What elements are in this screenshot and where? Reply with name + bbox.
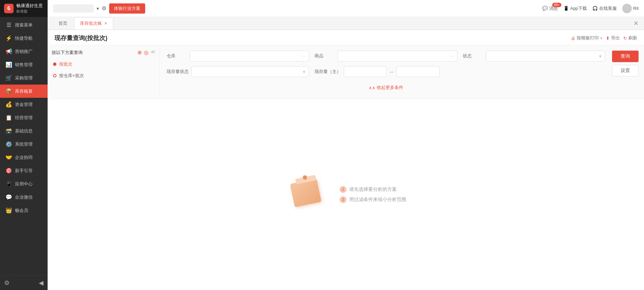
scheme-settings-icon[interactable]: ◎ bbox=[144, 49, 149, 56]
inventory-status-select[interactable]: ▾ bbox=[191, 66, 309, 77]
apps-icon: 📱 bbox=[5, 181, 12, 187]
sidebar-item-wechat[interactable]: 💬 企业微信 bbox=[0, 191, 48, 204]
search-menu-icon: ☰ bbox=[5, 22, 12, 28]
tab-inventory-batch[interactable]: 库存批次账 ✕ bbox=[74, 17, 113, 29]
inventory-status-label: 现存量状态 bbox=[167, 69, 189, 75]
online-service-item[interactable]: 🎧 在线客服 bbox=[592, 5, 617, 12]
operations-icon: 📋 bbox=[5, 114, 12, 121]
filter-scheme-warehouse-batch[interactable]: 按仓库+批次 bbox=[48, 70, 159, 81]
topbar-gear-icon[interactable]: ⚙ bbox=[102, 5, 106, 12]
settings-icon[interactable]: ⚙ bbox=[4, 279, 10, 287]
scheme-dot-inactive bbox=[53, 74, 56, 77]
sidebar-item-label: 营销推广 bbox=[15, 49, 33, 55]
add-scheme-icon[interactable]: ⊕ bbox=[137, 49, 142, 56]
print-button[interactable]: 🖨 按模板打印 ▾ bbox=[571, 35, 603, 41]
tab-close-icon[interactable]: ✕ bbox=[104, 21, 107, 26]
sidebar-item-label: 应用中心 bbox=[15, 181, 33, 187]
system-icon: ⚙️ bbox=[5, 141, 12, 147]
tab-home[interactable]: 首页 bbox=[53, 18, 73, 29]
sidebar-item-quicknav[interactable]: ⚡ 快捷导航 bbox=[0, 32, 48, 45]
finance-icon: 💰 bbox=[5, 101, 12, 108]
filter-settings-button[interactable]: 设置 bbox=[612, 65, 639, 76]
message-badge: 99+ bbox=[552, 3, 561, 7]
topbar-dropdown-icon[interactable]: ▾ bbox=[97, 6, 99, 11]
hint-num-1: 1 bbox=[340, 186, 346, 193]
sidebar-item-label: 经营管理 bbox=[15, 115, 33, 121]
sidebar-item-search[interactable]: ☰ 搜索菜单 bbox=[0, 18, 48, 32]
app-download-icon: 📱 bbox=[563, 6, 569, 11]
app-title-group: 畅康通好生意 标准版 bbox=[16, 3, 43, 14]
filter-sidebar: 按以下方案查询 ⊕ ◎ ≪ 按批次 按仓库+批次 bbox=[48, 45, 160, 99]
hint-text-1: 请先选择要分析的方案 bbox=[349, 186, 397, 193]
hint-item-1: 1 请先选择要分析的方案 bbox=[340, 186, 406, 193]
quantity-to-input[interactable] bbox=[396, 66, 439, 77]
sidebar-item-label: 搜索菜单 bbox=[15, 22, 33, 28]
sidebar-item-enterprise[interactable]: 🤝 企业协同 bbox=[0, 151, 48, 164]
sidebar-item-system[interactable]: ⚙️ 系统管理 bbox=[0, 138, 48, 151]
refresh-label: 刷新 bbox=[628, 35, 637, 41]
inventory-quantity-label: 现存量（主） bbox=[315, 69, 341, 75]
sidebar-item-sales[interactable]: 📊 销售管理 bbox=[0, 58, 48, 71]
user-item[interactable]: Rit bbox=[622, 4, 639, 13]
refresh-button[interactable]: ↻ 刷新 bbox=[623, 35, 637, 41]
username-label: Rit bbox=[633, 6, 639, 11]
page-header: 现存量查询(按批次) 🖨 按模板打印 ▾ ⬆ 导出 ↻ 刷新 bbox=[48, 30, 644, 45]
sidebar-item-basics[interactable]: 🗃️ 基础信息 bbox=[0, 124, 48, 138]
collapse-row[interactable]: ∧∧ 收起更多条件 bbox=[167, 82, 605, 93]
user-avatar bbox=[622, 4, 632, 13]
service-icon: 🎧 bbox=[592, 6, 598, 11]
inventory-icon: 📦 bbox=[5, 88, 12, 94]
filter-row-1: 仓库 ··· 商品 ··· bbox=[167, 51, 605, 61]
sidebar-item-member[interactable]: 👑 畅会员 bbox=[0, 204, 48, 217]
status-field: 状态 ▾ bbox=[463, 51, 605, 61]
sidebar-item-operations[interactable]: 📋 经营管理 bbox=[0, 111, 48, 124]
sidebar-header: 6 畅康通好生意 标准版 bbox=[0, 0, 48, 17]
empty-state: 1 请先选择要分析的方案 2 用过滤条件来缩小分析范围 bbox=[48, 99, 644, 290]
message-item[interactable]: 💬 消息 99+ bbox=[542, 5, 558, 12]
collapse-sidebar-icon[interactable]: ◀ bbox=[39, 279, 44, 287]
filter-sidebar-header: 按以下方案查询 ⊕ ◎ ≪ bbox=[48, 49, 159, 58]
sidebar-item-finance[interactable]: 💰 资金管理 bbox=[0, 98, 48, 111]
close-panel-button[interactable]: ✕ bbox=[633, 20, 639, 27]
export-button[interactable]: ⬆ 导出 bbox=[606, 35, 620, 41]
export-icon: ⬆ bbox=[606, 36, 610, 41]
sidebar-item-guide[interactable]: 🎯 新手引导 bbox=[0, 164, 48, 177]
query-button[interactable]: 查询 bbox=[612, 51, 639, 62]
purchase-icon: 🛒 bbox=[5, 75, 12, 81]
wechat-icon: 💬 bbox=[5, 194, 12, 200]
sidebar-item-label: 资金管理 bbox=[15, 102, 33, 108]
message-icon: 💬 bbox=[542, 6, 548, 11]
topbar-search-input[interactable] bbox=[53, 4, 94, 13]
hint-num-2: 2 bbox=[340, 196, 346, 203]
collapse-up-icon: ∧∧ bbox=[369, 85, 375, 90]
product-more-icon: ··· bbox=[450, 54, 454, 58]
filter-form-row: 仓库 ··· 商品 ··· bbox=[160, 45, 644, 99]
member-icon: 👑 bbox=[5, 207, 12, 214]
app-download-label: App下载 bbox=[570, 5, 587, 12]
collapse-icon[interactable]: ≪ bbox=[151, 49, 155, 56]
warehouse-label: 仓库 bbox=[167, 53, 187, 59]
topbar: ▾ ⚙ 体验行业方案 💬 消息 99+ 📱 App下载 🎧 在线客服 Rit bbox=[48, 0, 644, 17]
warehouse-more-icon: ··· bbox=[302, 54, 305, 58]
tabbar: 首页 库存批次账 ✕ ✕ bbox=[48, 17, 644, 30]
marketing-icon: 📢 bbox=[5, 48, 12, 55]
quantity-from-input[interactable] bbox=[344, 66, 387, 77]
sidebar-item-apps[interactable]: 📱 应用中心 bbox=[0, 177, 48, 191]
sidebar-footer: ⚙ ◀ bbox=[0, 275, 48, 290]
product-input[interactable]: ··· bbox=[338, 51, 457, 61]
refresh-icon: ↻ bbox=[623, 36, 627, 41]
sidebar-item-inventory[interactable]: 📦 库存核算 bbox=[0, 85, 48, 98]
sidebar-item-label: 基础信息 bbox=[15, 128, 33, 134]
sidebar-item-label: 新手引导 bbox=[15, 168, 33, 174]
sidebar: 6 畅康通好生意 标准版 ☰ 搜索菜单 ⚡ 快捷导航 📢 营销推广 📊 销售管理… bbox=[0, 0, 48, 290]
print-dropdown-icon[interactable]: ▾ bbox=[600, 36, 603, 41]
page-actions: 🖨 按模板打印 ▾ ⬆ 导出 ↻ 刷新 bbox=[571, 35, 637, 41]
status-select[interactable]: ▾ bbox=[486, 51, 605, 61]
sidebar-item-marketing[interactable]: 📢 营销推广 bbox=[0, 45, 48, 58]
trial-button[interactable]: 体验行业方案 bbox=[109, 3, 145, 14]
warehouse-input[interactable]: ··· bbox=[190, 51, 309, 61]
sidebar-item-purchase[interactable]: 🛒 采购管理 bbox=[0, 71, 48, 85]
filter-scheme-batch[interactable]: 按批次 bbox=[48, 58, 159, 70]
app-download-item[interactable]: 📱 App下载 bbox=[563, 5, 587, 12]
app-name: 畅康通好生意 bbox=[16, 3, 43, 9]
